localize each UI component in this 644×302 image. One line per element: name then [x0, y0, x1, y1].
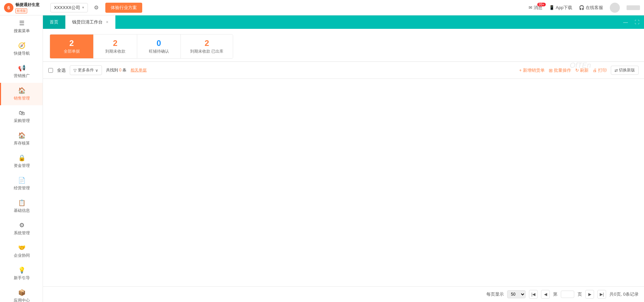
- select-all-label: 全选: [57, 67, 66, 73]
- avatar[interactable]: [610, 3, 620, 13]
- toolbar-left: 全选 ▽ 更多条件 ∨ 共找到 0 条 相关单据: [48, 65, 515, 75]
- sidebar-item-operations[interactable]: 📄 经营管理: [0, 173, 43, 195]
- found-prefix: 共找到: [106, 68, 118, 72]
- batch-icon: ⊞: [549, 68, 553, 73]
- online-service-button[interactable]: 🎧 在线客服: [579, 5, 603, 11]
- per-page-select[interactable]: 50 100 200: [507, 290, 526, 298]
- batch-label: 批量操作: [554, 67, 571, 73]
- switch-icon: ⇄: [614, 68, 618, 73]
- total-info: 共0页, 0条记录: [609, 291, 639, 297]
- add-order-button[interactable]: + 新增销货单: [519, 67, 545, 73]
- sidebar-item-apps[interactable]: 📦 应用中心: [0, 285, 43, 302]
- main-layout: ☰ 搜索菜单 🧭 快捷导航 📢 营销推广 🏠 销售管理 🛍 采购管理 🏠 库存核…: [0, 15, 644, 302]
- chevron-down-icon: ▾: [82, 5, 84, 10]
- purchase-icon: 🛍: [18, 109, 25, 117]
- sidebar-item-finance[interactable]: 🔒 资金管理: [0, 150, 43, 173]
- tab-home[interactable]: 首页: [43, 15, 65, 29]
- stat-num-0: 2: [59, 39, 84, 48]
- stat-card-1[interactable]: 2 到期未收款: [94, 35, 137, 58]
- stat-label-2: 旺辅待确认: [147, 49, 171, 54]
- refresh-button[interactable]: ↻ 刷新: [575, 67, 589, 73]
- stat-label-3: 到期未收款 已出库: [190, 49, 223, 54]
- sidebar-item-basic-info[interactable]: 📋 基础信息: [0, 195, 43, 218]
- sidebar-label-guide: 新手引导: [14, 275, 30, 281]
- toolbar: 全选 ▽ 更多条件 ∨ 共找到 0 条 相关单据 + 新增销货单: [43, 62, 644, 79]
- table-area: [43, 79, 644, 286]
- logo-badge: 标准版: [15, 8, 27, 13]
- toolbar-right: + 新增销货单 ⊞ 批量操作 ↻ 刷新 🖨 打印 ⇄: [519, 66, 639, 75]
- filter-button[interactable]: ▽ 更多条件 ∨: [70, 65, 102, 75]
- page-number-input[interactable]: 1: [561, 291, 574, 298]
- sidebar-item-enterprise[interactable]: 🤝 企业协同: [0, 240, 43, 262]
- select-all-checkbox[interactable]: [48, 68, 53, 73]
- header-right: ✉ 消息 99+ 📱 App下载 🎧 在线客服: [529, 3, 640, 13]
- print-button[interactable]: 🖨 打印: [593, 67, 607, 73]
- stat-num-2: 0: [147, 39, 171, 48]
- logo-area: 6 畅捷通好生意 标准版: [4, 2, 47, 13]
- settings-icon[interactable]: ⚙: [91, 3, 101, 13]
- sidebar-item-purchase[interactable]: 🛍 采购管理: [0, 105, 43, 128]
- per-page-label: 每页显示: [486, 291, 504, 297]
- sidebar-item-quick-nav[interactable]: 🧭 快捷导航: [0, 38, 43, 60]
- batch-operation-button[interactable]: ⊞ 批量操作: [549, 67, 571, 73]
- stat-label-1: 到期未收款: [103, 49, 127, 54]
- sidebar-item-marketing[interactable]: 📢 营销推广: [0, 60, 43, 83]
- online-service-label: 在线客服: [586, 5, 603, 11]
- system-icon: ⚙: [18, 222, 25, 229]
- found-count: 0: [119, 68, 121, 72]
- stats-section: 2 全部单据 2 到期未收款 0 旺辅待确认 2 到期未收款 已出库: [43, 29, 644, 62]
- sidebar-item-guide[interactable]: 💡 新手引导: [0, 262, 43, 285]
- filter-label: 更多条件: [78, 67, 94, 73]
- chevron-icon: ∨: [95, 68, 98, 73]
- messages-button[interactable]: ✉ 消息 99+: [529, 5, 542, 11]
- first-page-button[interactable]: |◀: [529, 290, 538, 299]
- username[interactable]: [627, 5, 640, 10]
- logo-text: 畅捷通好生意: [15, 2, 40, 8]
- tab-bar: 首页 钱货日清工作台 × — ⛶: [43, 15, 644, 29]
- prev-page-button[interactable]: ◀: [541, 290, 550, 299]
- headset-icon: 🎧: [579, 5, 584, 10]
- app-download-button[interactable]: 📱 App下载: [549, 5, 572, 11]
- company-selector[interactable]: XXXXXX公司 ▾: [50, 3, 88, 12]
- found-info: 共找到 0 条: [106, 67, 126, 73]
- sidebar-item-search[interactable]: ☰ 搜索菜单: [0, 15, 43, 38]
- sidebar-label-search: 搜索菜单: [14, 28, 30, 34]
- found-unit: 条: [122, 68, 126, 72]
- next-page-button[interactable]: ▶: [585, 290, 594, 299]
- sidebar-label-purchase: 采购管理: [14, 118, 30, 124]
- content-area: 2 全部单据 2 到期未收款 0 旺辅待确认 2 到期未收款 已出库 全选 ▽ …: [43, 29, 644, 302]
- messages-badge: 99+: [537, 3, 546, 6]
- stat-card-2[interactable]: 0 旺辅待确认: [137, 35, 181, 58]
- tab-close-icon[interactable]: ×: [106, 20, 108, 24]
- tab-active[interactable]: 钱货日清工作台 ×: [65, 15, 115, 29]
- refresh-icon: ↻: [575, 68, 579, 73]
- sidebar-item-inventory[interactable]: 🏠 库存核算: [0, 128, 43, 150]
- print-label: 打印: [598, 67, 607, 73]
- basic-info-icon: 📋: [18, 199, 25, 206]
- quick-nav-icon: 🧭: [18, 42, 25, 49]
- tab-home-label: 首页: [50, 19, 58, 25]
- stat-card-3[interactable]: 2 到期未收款 已出库: [181, 35, 233, 58]
- tab-expand-icon[interactable]: ⛶: [633, 19, 641, 25]
- inventory-icon: 🏠: [18, 132, 25, 139]
- stat-card-0[interactable]: 2 全部单据: [50, 35, 94, 58]
- stat-num-1: 2: [103, 39, 127, 48]
- sidebar-label-basic-info: 基础信息: [14, 208, 30, 214]
- stats-cards: 2 全部单据 2 到期未收款 0 旺辅待确认 2 到期未收款 已出库: [50, 34, 233, 59]
- page-unit: 页: [578, 291, 582, 297]
- trial-button[interactable]: 体验行业方案: [105, 3, 142, 13]
- top-header: 6 畅捷通好生意 标准版 XXXXXX公司 ▾ ⚙ 体验行业方案 ✉ 消息 99…: [0, 0, 644, 15]
- app-download-label: App下载: [556, 5, 572, 11]
- sidebar-item-system[interactable]: ⚙ 系统管理: [0, 218, 43, 240]
- sidebar-item-sales[interactable]: 🏠 销售管理: [0, 83, 43, 105]
- sidebar-label-quick-nav: 快捷导航: [14, 51, 30, 56]
- sidebar-label-marketing: 营销推广: [14, 73, 30, 79]
- switch-version-button[interactable]: ⇄ 切换新版: [611, 66, 639, 75]
- tab-minimize-icon[interactable]: —: [621, 19, 630, 25]
- right-panel: 首页 钱货日清工作台 × — ⛶ 2 全部单据 2 到期未收款 0 旺辅待确认 …: [43, 15, 644, 302]
- related-orders-link[interactable]: 相关单据: [130, 67, 147, 73]
- last-page-button[interactable]: ▶|: [597, 290, 606, 299]
- download-icon: 📱: [549, 5, 554, 10]
- company-name: XXXXXX公司: [54, 5, 80, 11]
- filter-icon: ▽: [73, 68, 76, 73]
